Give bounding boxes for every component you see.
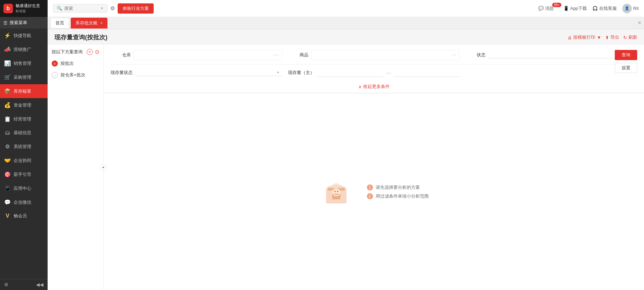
sidebar-item-label: 系统管理 xyxy=(14,144,31,150)
schema-by-wh-batch-icon: ○ xyxy=(52,72,58,78)
filter-warehouse-field: 仓库 ··· xyxy=(111,50,283,60)
user-name: Rit xyxy=(633,6,639,11)
search-menu-icon: ☰ xyxy=(3,20,7,25)
tab-close-icon[interactable]: × xyxy=(100,21,103,25)
content-body: 按以下方案查询 + ⊙ ≡ 按批次 ○ 按仓库+批次 « xyxy=(48,44,644,290)
step-2-text: 用过滤条件来缩小分析范围 xyxy=(376,193,429,199)
sidebar-item-enterprise-wechat[interactable]: 💬 企业微信 xyxy=(0,195,48,209)
filter-warehouse-input[interactable]: ··· xyxy=(134,50,283,60)
sidebar-item-basic[interactable]: 🗂 基础信息 xyxy=(0,126,48,140)
sidebar-item-system[interactable]: ⚙ 系统管理 xyxy=(0,140,48,153)
sidebar-item-marketing[interactable]: 📣 营销推广 xyxy=(0,42,48,56)
customer-service-btn[interactable]: 🎧 在线客服 xyxy=(592,5,617,12)
filter-panel: 仓库 ··· 商品 ··· xyxy=(104,44,644,92)
schema-item-by-batch[interactable]: ≡ 按批次 xyxy=(48,58,103,69)
export-btn[interactable]: ⬆ 导出 xyxy=(605,34,619,40)
schema-by-wh-batch-label: 按仓库+批次 xyxy=(61,72,85,78)
sidebar-item-label: 新手引导 xyxy=(14,171,31,178)
svg-point-6 xyxy=(337,191,338,192)
finance-icon: 💰 xyxy=(4,102,11,108)
sidebar-item-member[interactable]: V 畅会员 xyxy=(0,209,48,223)
sidebar-settings-btn[interactable]: ⚙ xyxy=(4,282,9,287)
avatar: 👤 xyxy=(622,4,632,13)
customer-service-icon: 🎧 xyxy=(592,6,598,11)
topbar-search-box[interactable]: 🔍 ▼ xyxy=(53,4,107,13)
right-content: 查询 设置 仓库 ··· xyxy=(104,44,644,290)
sidebar-item-inventory[interactable]: 📦 库存核算 xyxy=(0,84,48,98)
filter-stock-status-select[interactable]: ▼ xyxy=(135,69,283,76)
schema-settings-icon[interactable]: ⊙ xyxy=(95,49,99,55)
user-profile-btn[interactable]: 👤 Rit xyxy=(622,4,639,13)
tab-home[interactable]: 首页 xyxy=(50,18,69,29)
left-panel-title-text: 按以下方案查询 xyxy=(52,49,83,55)
product-dots[interactable]: ··· xyxy=(451,52,457,58)
sidebar-item-enterprise-collab[interactable]: 🤝 企业协同 xyxy=(0,153,48,167)
topbar-search-icon: 🔍 xyxy=(57,6,62,11)
filter-product-input[interactable]: ··· xyxy=(311,50,460,60)
filter-product-field: 商品 ··· xyxy=(288,50,460,60)
filter-stock-qty-max[interactable] xyxy=(393,69,460,77)
collapse-left-panel-btn[interactable]: « xyxy=(100,164,107,171)
collapse-more-conditions[interactable]: ∧ 收起更多条件 xyxy=(111,81,637,92)
query-btn[interactable]: 查询 xyxy=(615,50,637,60)
sidebar-item-sales[interactable]: 📊 销售管理 xyxy=(0,56,48,70)
svg-point-5 xyxy=(334,191,336,192)
print-template-btn[interactable]: 🖨 按模板打印 ▼ xyxy=(567,34,601,40)
sidebar-item-newbie[interactable]: 🎯 新手引导 xyxy=(0,167,48,181)
sidebar-logo: b xyxy=(3,4,13,13)
empty-state-content: 1 请先选择要分析的方案 2 用过滤条件来缩小分析范围 xyxy=(319,175,429,210)
messages-btn[interactable]: 💬 消息 99+ xyxy=(538,5,558,12)
stock-status-dropdown-icon: ▼ xyxy=(276,71,280,74)
sidebar-company: 畅康通好生意 xyxy=(16,3,40,9)
sidebar-search-menu[interactable]: ☰ 搜索菜单 xyxy=(0,17,48,29)
tabbar: 首页 库存批次账 × × xyxy=(48,17,644,29)
schema-by-batch-icon: ≡ xyxy=(52,60,58,67)
sidebar-item-label: 经营管理 xyxy=(14,116,31,122)
step-1-text: 请先选择要分析的方案 xyxy=(376,184,420,191)
trial-industry-btn[interactable]: 体验行业方案 xyxy=(118,3,154,14)
basic-icon: 🗂 xyxy=(4,130,11,136)
settings-btn[interactable]: 设置 xyxy=(615,63,637,73)
filter-row-2: 现存量状态 ▼ 现存量（主） — xyxy=(111,69,637,77)
empty-state: 1 请先选择要分析的方案 2 用过滤条件来缩小分析范围 xyxy=(104,94,644,290)
refresh-icon: ↻ xyxy=(623,35,627,40)
enterprise-wechat-icon: 💬 xyxy=(4,199,11,205)
add-schema-icon[interactable]: + xyxy=(87,49,93,55)
svg-point-4 xyxy=(332,188,340,196)
sidebar-item-finance[interactable]: 💰 资金管理 xyxy=(0,98,48,112)
tab-inventory-label: 库存批次账 xyxy=(75,20,98,26)
step-1-num: 1 xyxy=(367,184,373,191)
avatar-initials: 👤 xyxy=(625,6,629,11)
filter-stock-qty-range: — xyxy=(317,69,460,77)
sidebar-item-quick-nav[interactable]: ⚡ 快捷导航 xyxy=(0,29,48,42)
messages-icon: 💬 xyxy=(538,6,544,11)
sidebar-nav-scroll: ⚡ 快捷导航 📣 营销推广 📊 销售管理 🛒 采购管理 📦 库存核算 💰 资金管… xyxy=(0,29,48,279)
sidebar-item-label: 销售管理 xyxy=(14,60,31,67)
page-title: 现存量查询(按批次) xyxy=(54,33,107,41)
schema-item-by-warehouse-batch[interactable]: ○ 按仓库+批次 xyxy=(48,69,103,81)
filter-stock-status-field: 现存量状态 ▼ xyxy=(111,69,283,76)
tab-home-label: 首页 xyxy=(55,20,64,26)
filter-stock-qty-min[interactable] xyxy=(317,69,384,77)
topbar-gear-icon[interactable]: ⚙ xyxy=(110,5,115,12)
sidebar-item-label: 企业微信 xyxy=(14,199,31,205)
customer-service-label: 在线客服 xyxy=(599,5,617,12)
sidebar-collapse-btn[interactable]: ◀◀ xyxy=(36,282,44,287)
sidebar-item-label: 应用中心 xyxy=(14,185,31,192)
sidebar: b 畅康通好生意 标准版 ☰ 搜索菜单 ⚡ 快捷导航 📣 营销推广 📊 销售管理… xyxy=(0,0,48,290)
sidebar-item-app-center[interactable]: 📱 应用中心 xyxy=(0,181,48,195)
filter-status-label: 状态 xyxy=(465,52,486,58)
app-download-btn[interactable]: 📱 App下载 xyxy=(563,5,587,12)
tab-inventory-batch[interactable]: 库存批次账 × xyxy=(71,18,107,29)
sidebar-item-label: 库存核算 xyxy=(14,88,31,94)
print-icon: 🖨 xyxy=(567,35,572,40)
refresh-btn[interactable]: ↻ 刷新 xyxy=(623,34,637,40)
sidebar-item-operations[interactable]: 📋 经营管理 xyxy=(0,112,48,126)
topbar: 🔍 ▼ ⚙ 体验行业方案 💬 消息 99+ 📱 App下载 🎧 在线客服 xyxy=(48,0,644,17)
filter-warehouse-label: 仓库 xyxy=(111,52,131,58)
sidebar-item-label: 企业协同 xyxy=(14,158,31,164)
panel-close-icon[interactable]: × xyxy=(638,19,641,26)
warehouse-dots[interactable]: ··· xyxy=(274,52,279,58)
sidebar-item-purchase[interactable]: 🛒 采购管理 xyxy=(0,70,48,84)
topbar-search-input[interactable] xyxy=(64,6,98,11)
